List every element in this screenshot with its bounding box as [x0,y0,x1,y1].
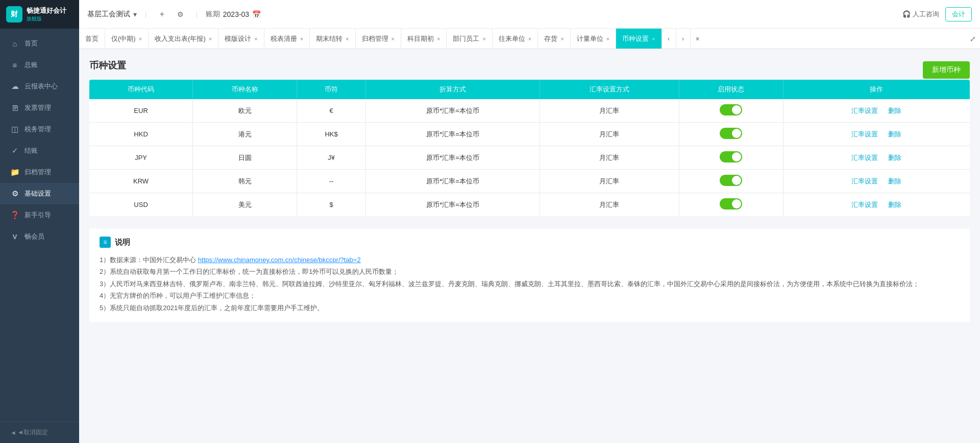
rate-setting-link-1[interactable]: 汇率设置 [851,130,878,138]
page-title: 币种设置 [89,59,970,72]
col-calc: 折算方式 [366,80,540,99]
cell-rate-method-0: 月汇率 [540,99,679,123]
toggle-4[interactable] [720,198,742,209]
new-currency-button[interactable]: 新增币种 [923,61,970,79]
tab-currency[interactable]: 币种设置 × [616,29,662,49]
delete-link-1[interactable]: 删除 [888,130,901,138]
cell-name-2: 日圆 [193,146,297,170]
cell-actions-0: 汇率设置 删除 [783,99,970,123]
note-item-4: 5）系统只能自动抓取2021年度后的汇率，之前年度汇率需要用户手工维护。 [100,302,960,314]
sidebar-item-label-settings: 基础设置 [24,189,51,198]
rate-setting-link-4[interactable]: 汇率设置 [851,201,878,208]
pin-label: ◄取消固定 [17,428,48,437]
sidebar-item-reports[interactable]: ☁ 云报表中心 [0,76,79,97]
service-label: 人工咨询 [913,10,939,19]
tab-inventory-label: 存货 [544,34,557,43]
notes-icon: ≡ [100,237,111,248]
tab-period-end[interactable]: 期末结转 × [310,29,355,49]
tab-tax-label: 税表清册 [271,34,297,43]
tab-template-close[interactable]: × [254,36,257,42]
topbar: 基层工会测试 ▾ | + ⚙ | 账期 2023-03 📅 🎧 人工咨询 会计 [79,0,980,29]
sidebar-nav: ⌂ 首页 ≡ 总账 ☁ 云报表中心 🖹 发票管理 ◫ 税务管理 ✓ 结账 📁 归… [0,29,79,422]
sidebar-item-label-ledger: 总账 [24,60,38,69]
service-button[interactable]: 🎧 人工咨询 [902,10,939,19]
settings-button[interactable]: ⚙ [173,7,187,21]
tab-unit-label: 计量单位 [577,34,603,43]
delete-link-3[interactable]: 删除 [888,177,901,185]
cell-code-2: JPY [89,146,193,170]
tab-income[interactable]: 收入支出表(年报) × [149,29,218,49]
table-row: KRW 韩元 -- 原币*汇率=本位币 月汇率 汇率设置 删除 [89,170,970,193]
notes-section: ≡ 说明 1）数据来源：中国外汇交易中心 https://www.chinamo… [89,228,970,322]
sidebar-item-archive[interactable]: 📁 归档管理 [0,161,79,183]
notes-title-text: 说明 [115,238,130,247]
settle-icon: ✓ [10,146,19,155]
headset-icon: 🎧 [902,10,911,18]
col-code: 币种代码 [89,80,193,99]
toggle-3[interactable] [720,175,742,186]
tab-dept[interactable]: 部门员工 × [447,29,492,49]
toggle-0[interactable] [720,104,742,115]
rate-setting-link-3[interactable]: 汇率设置 [851,177,878,185]
tab-contacts-close[interactable]: × [528,36,531,42]
account-button[interactable]: 会计 [945,7,972,21]
add-company-button[interactable]: + [155,7,169,21]
company-selector[interactable]: 基层工会测试 ▾ [87,10,137,19]
rate-setting-link-0[interactable]: 汇率设置 [851,107,878,114]
sidebar-item-settle[interactable]: ✓ 结账 [0,140,79,161]
tab-unit-close[interactable]: × [606,36,609,42]
sidebar-item-tax[interactable]: ◫ 税务管理 [0,119,79,140]
logo-area: 财 畅捷通好会计 旗舰版 [0,0,79,29]
tab-dept-close[interactable]: × [482,36,485,42]
tab-contacts[interactable]: 往来单位 × [493,29,538,49]
delete-link-2[interactable]: 删除 [888,154,901,161]
tab-unit[interactable]: 计量单位 × [571,29,616,49]
delete-link-4[interactable]: 删除 [888,201,901,208]
tab-balance-close[interactable]: × [139,36,142,42]
toggle-2[interactable] [720,151,742,162]
sidebar-pin-toggle[interactable]: ◄ ◄取消固定 [0,422,79,443]
tab-subjects-close[interactable]: × [437,36,440,42]
tab-nav-next[interactable]: › [676,29,691,49]
app-name: 畅捷通好会计 [27,6,66,15]
tab-archive-close[interactable]: × [391,36,395,42]
tab-expand-button[interactable]: ⤢ [966,29,980,49]
tab-inventory-close[interactable]: × [560,36,564,42]
tab-currency-close[interactable]: × [652,36,655,42]
tab-balance[interactable]: 仅(中期) × [105,29,149,49]
company-name: 基层工会测试 [87,10,130,19]
tab-archive[interactable]: 归档管理 × [356,29,401,49]
toggle-1[interactable] [720,128,742,139]
cell-code-1: HKD [89,123,193,146]
dropdown-icon: ▾ [133,10,137,18]
rate-setting-link-2[interactable]: 汇率设置 [851,154,878,161]
tab-home[interactable]: 首页 [79,29,105,49]
tab-template[interactable]: 模版设计 × [218,29,264,49]
tab-period-end-close[interactable]: × [346,36,349,42]
tab-income-close[interactable]: × [209,36,212,42]
period-label: 账期 [206,10,220,19]
sidebar-item-home[interactable]: ⌂ 首页 [0,33,79,54]
tab-tax[interactable]: 税表清册 × [264,29,310,49]
sidebar-item-invoice[interactable]: 🖹 发票管理 [0,97,79,119]
pin-icon: ◄ [10,429,16,436]
topbar-divider-2: | [195,10,197,18]
tab-currency-label: 币种设置 [622,34,649,43]
notes-external-link[interactable]: https://www.chinamoney.com.cn/chinese/bk… [198,256,361,264]
sidebar-item-label-home: 首页 [24,39,38,48]
tab-close-all-button[interactable]: × [691,29,705,49]
cell-code-0: EUR [89,99,193,123]
tab-subjects[interactable]: 科目期初 × [401,29,447,49]
delete-link-0[interactable]: 删除 [888,107,901,114]
calendar-icon[interactable]: 📅 [252,10,261,18]
cell-code-4: USD [89,193,193,217]
cell-symbol-1: HK$ [297,123,366,146]
sidebar-item-ledger[interactable]: ≡ 总账 [0,54,79,76]
sidebar-item-member[interactable]: V 畅会员 [0,226,79,247]
tab-nav-prev[interactable]: ‹ [662,29,676,49]
tab-tax-close[interactable]: × [300,36,303,42]
topbar-divider-1: | [145,10,146,18]
sidebar-item-guide[interactable]: ❓ 新手引导 [0,204,79,226]
tab-inventory[interactable]: 存货 × [538,29,570,49]
sidebar-item-settings[interactable]: ⚙ 基础设置 [0,183,79,204]
